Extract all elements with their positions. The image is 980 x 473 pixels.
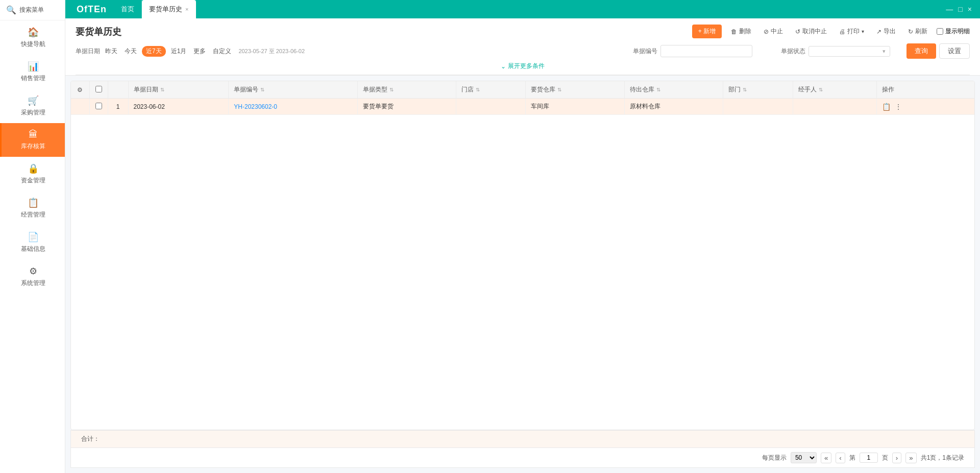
data-table: ⚙ 单据日期 ⇅ 单据编号	[71, 81, 974, 115]
tab-order-history-label: 要货单历史	[149, 5, 182, 14]
page-input[interactable]	[860, 453, 878, 463]
suspend-icon: ⊘	[764, 28, 769, 35]
row-bill-no[interactable]: YH-20230602-0	[229, 99, 358, 115]
bill-no-input[interactable]	[660, 45, 752, 57]
th-date[interactable]: 单据日期 ⇅	[128, 81, 229, 99]
delete-button[interactable]: 🗑 删除	[728, 25, 754, 38]
page-label: 第	[849, 454, 855, 462]
date-btn-yesterday[interactable]: 昨天	[103, 46, 119, 56]
sidebar-item-label: 系统管理	[21, 279, 45, 288]
export-button[interactable]: ↗ 导出	[873, 25, 899, 38]
sidebar-item-operations[interactable]: 📋 经营管理	[0, 191, 65, 225]
bill-status-label: 单据状态	[781, 47, 805, 56]
bill-status-select[interactable]: ▾	[808, 46, 890, 57]
date-btn-more[interactable]: 更多	[191, 46, 208, 56]
sidebar-search[interactable]: 🔍 搜索菜单	[0, 0, 65, 20]
sidebar-item-inventory[interactable]: 🏛 库存核算	[0, 123, 65, 157]
close-window-button[interactable]: ×	[968, 5, 972, 13]
sidebar-item-sales[interactable]: 📊 销售管理	[0, 55, 65, 89]
sort-reqwh-icon: ⇅	[557, 87, 561, 92]
display-detail-toggle[interactable]: 显示明细	[937, 27, 970, 36]
sidebar-item-label: 库存核算	[21, 142, 45, 151]
toolbar: + 新增 🗑 删除 ⊘ 中止 ↺ 取消中止 🖨 打	[692, 25, 970, 38]
cancel-suspend-icon: ↺	[795, 28, 800, 35]
tabs-bar-right: — □ ×	[946, 5, 976, 13]
sidebar-item-system[interactable]: ⚙ 系统管理	[0, 259, 65, 294]
sidebar-item-basic-info[interactable]: 📄 基础信息	[0, 225, 65, 259]
th-handler[interactable]: 经手人 ⇅	[793, 81, 877, 99]
th-bill-type[interactable]: 单据类型 ⇅	[357, 81, 456, 99]
bill-no-link[interactable]: YH-20230602-0	[234, 103, 277, 110]
row-checkbox[interactable]	[89, 99, 108, 115]
row-num: 1	[108, 99, 128, 115]
bill-no-label: 单据编号	[633, 47, 657, 56]
maximize-button[interactable]: □	[958, 5, 962, 13]
th-bill-no[interactable]: 单据编号 ⇅	[229, 81, 358, 99]
suspend-button[interactable]: ⊘ 中止	[761, 25, 786, 38]
page-header: 要货单历史 + 新增 🗑 删除 ⊘ 中止 ↺ 取消中止	[65, 18, 980, 76]
th-department[interactable]: 部门 ⇅	[723, 81, 793, 99]
th-store[interactable]: 门店 ⇅	[456, 81, 526, 99]
query-button[interactable]: 查询	[906, 43, 936, 59]
dropdown-icon: ▾	[883, 48, 886, 55]
sidebar-item-purchase[interactable]: 🛒 采购管理	[0, 89, 65, 123]
tab-home[interactable]: 首页	[114, 0, 142, 18]
new-button[interactable]: + 新增	[692, 25, 722, 38]
row-settings	[71, 99, 89, 115]
row-handler	[793, 99, 877, 115]
row-pending-warehouse: 原材料仓库	[624, 99, 723, 115]
sidebar-item-finance[interactable]: 🔒 资金管理	[0, 157, 65, 191]
home-icon: 🏠	[28, 27, 39, 38]
sidebar-item-quick-nav[interactable]: 🏠 快捷导航	[0, 20, 65, 55]
th-settings[interactable]: ⚙	[71, 81, 89, 99]
operations-icon: 📋	[28, 197, 39, 208]
date-btn-today[interactable]: 今天	[122, 46, 139, 56]
select-all-checkbox[interactable]	[95, 86, 102, 92]
main-content: OfTEn 首页 要货单历史 × — □ × 要货单历史 + 新增 🗑 删除	[65, 0, 980, 473]
table-container: ⚙ 单据日期 ⇅ 单据编号	[70, 81, 975, 430]
prev-page-button[interactable]: ‹	[836, 453, 845, 463]
sidebar-search-label: 搜索菜单	[19, 6, 44, 14]
sort-store-icon: ⇅	[476, 87, 480, 92]
th-num	[108, 81, 128, 99]
th-req-warehouse[interactable]: 要货仓库 ⇅	[526, 81, 624, 99]
th-checkbox	[89, 81, 108, 99]
basic-info-icon: 📄	[28, 231, 39, 243]
total-info: 共1页，1条记录	[921, 454, 964, 462]
filter-row-1: 单据日期 昨天 今天 近7天 近1月 更多 自定义 2023-05-27 至 2…	[76, 43, 970, 59]
close-icon[interactable]: ×	[185, 6, 188, 12]
minimize-button[interactable]: —	[946, 5, 953, 13]
date-btn-1month[interactable]: 近1月	[169, 46, 189, 56]
cancel-suspend-button[interactable]: ↺ 取消中止	[792, 25, 830, 38]
sidebar-item-label: 经营管理	[21, 210, 45, 219]
first-page-button[interactable]: «	[821, 453, 831, 463]
inventory-icon: 🏛	[29, 129, 38, 140]
date-btn-7days[interactable]: 近7天	[142, 46, 166, 57]
system-icon: ⚙	[29, 266, 37, 277]
page-title-row: 要货单历史 + 新增 🗑 删除 ⊘ 中止 ↺ 取消中止	[76, 25, 970, 38]
th-pending-warehouse[interactable]: 待出仓库 ⇅	[624, 81, 723, 99]
th-operation: 操作	[877, 81, 974, 99]
view-icon[interactable]: 📋	[882, 103, 891, 111]
more-icon[interactable]: ⋮	[895, 103, 902, 111]
lock-icon: 🔒	[28, 163, 39, 174]
row-department	[723, 99, 793, 115]
next-page-button[interactable]: ›	[892, 453, 901, 463]
bill-no-filter: 单据编号	[633, 45, 752, 57]
sidebar-item-label: 采购管理	[21, 108, 45, 117]
tabs-bar: OfTEn 首页 要货单历史 × — □ ×	[65, 0, 980, 18]
per-page-select[interactable]: 50 100 200	[791, 452, 817, 463]
print-dropdown-icon: ▾	[862, 29, 864, 34]
tab-order-history[interactable]: 要货单历史 ×	[142, 0, 196, 18]
date-btn-custom[interactable]: 自定义	[211, 46, 233, 56]
expand-more[interactable]: ⌄ 展开更多条件	[76, 62, 970, 70]
last-page-button[interactable]: »	[905, 453, 916, 463]
page-title: 要货单历史	[76, 26, 121, 38]
display-detail-checkbox[interactable]	[937, 28, 943, 35]
table-row: 1 2023-06-02 YH-20230602-0 要货单要货 车间库 原材料…	[71, 99, 974, 115]
date-shortcuts: 昨天 今天 近7天 近1月 更多 自定义	[103, 46, 233, 57]
refresh-button[interactable]: ↻ 刷新	[905, 25, 930, 38]
sort-date-icon: ⇅	[160, 87, 164, 92]
settings-button[interactable]: 设置	[939, 43, 970, 59]
print-button[interactable]: 🖨 打印 ▾	[836, 25, 867, 38]
